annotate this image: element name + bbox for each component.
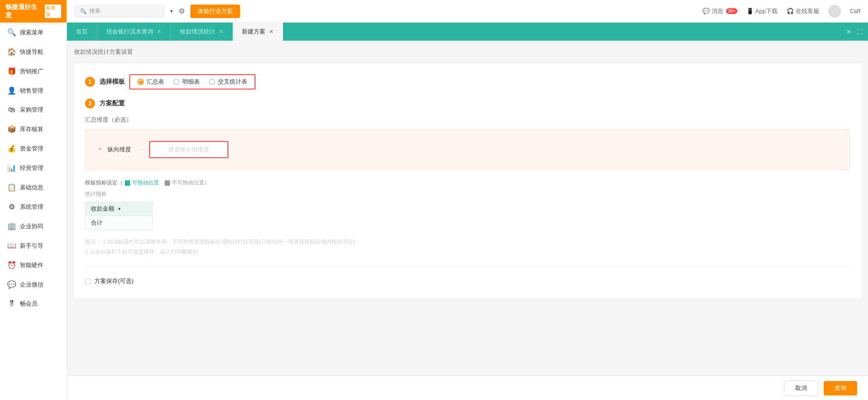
sidebar-item-marketing[interactable]: 🎁 营销推广: [0, 61, 66, 81]
building-icon: 🏢: [7, 222, 16, 231]
search-icon: 🔍: [80, 8, 87, 14]
template-option-cross[interactable]: 交叉统计表: [209, 78, 247, 86]
main-area: 🔍 搜索 ▾ ⚙ 体验行业方案 💬 消息 99+ 📱 App下载 🎧 在线客服 …: [67, 0, 868, 400]
tab-cashflow-close-icon[interactable]: ✕: [157, 28, 161, 35]
app-download-button[interactable]: 📱 App下载: [746, 7, 778, 15]
step2-header: 2 方案配置: [85, 99, 850, 108]
template-option-summary[interactable]: 汇总表: [137, 78, 164, 86]
chat-icon: 💬: [7, 280, 16, 289]
topbar-right: 💬 消息 99+ 📱 App下载 🎧 在线客服 CaR: [703, 5, 861, 18]
sidebar-item-nav[interactable]: 🏠 快捷导航: [0, 42, 66, 61]
step2-title: 方案配置: [99, 99, 125, 108]
dim-row: * 纵向维度 → 请选择分组维度: [99, 141, 228, 158]
user-icon: 👤: [7, 86, 16, 95]
message-button[interactable]: 💬 消息 99+: [703, 7, 737, 15]
main-card: 1 选择模板 汇总表 明细表 交叉统计表: [74, 63, 861, 298]
sidebar-item-basicinfo[interactable]: 📋 基础信息: [0, 178, 66, 197]
sidebar-logo: 畅捷通好生意 标准版: [0, 0, 66, 23]
sidebar-item-label: 畅会员: [20, 300, 38, 308]
topbar-dropdown[interactable]: ▾: [170, 8, 173, 14]
content-area: 收款情况统计方案设置 1 选择模板 汇总表 明细表: [67, 41, 868, 376]
save-section: 方案保存(可选): [85, 275, 850, 287]
search-bar[interactable]: 🔍 搜索: [74, 5, 165, 17]
chart-icon: 📊: [7, 164, 16, 172]
sidebar-item-label: 营销推广: [20, 67, 43, 75]
sidebar-item-label: 智能硬件: [20, 261, 43, 269]
sidebar-item-guide[interactable]: 📖 新手引导: [0, 236, 66, 255]
template-option-detail[interactable]: 明细表: [173, 78, 200, 86]
hint-line-1: 提示： 1.拖动标题栏可以调整布局，不可跨维度或指标区域拖动栏目字段(只能在同一…: [85, 237, 850, 247]
tab-collection-label: 收款情况统计: [180, 28, 215, 36]
tab-collection-close-icon[interactable]: ✕: [219, 28, 223, 35]
template-selection-box: 汇总表 明细表 交叉统计表: [129, 74, 255, 89]
sidebar-item-label: 企业协同: [20, 222, 43, 231]
non-draggable-label: 不可拖动位置）: [172, 179, 210, 187]
sidebar-item-search[interactable]: 🔍 搜索菜单: [0, 23, 66, 42]
save-checkbox[interactable]: [85, 278, 91, 284]
industry-solution-button[interactable]: 体验行业方案: [190, 5, 240, 18]
sidebar-item-label: 企业微信: [20, 281, 43, 289]
list-icon: 📋: [7, 183, 16, 192]
tab-home[interactable]: 首页: [67, 23, 97, 41]
box-icon: 📦: [7, 125, 16, 133]
sidebar-item-wechat[interactable]: 💬 企业微信: [0, 275, 66, 294]
headset-icon: 🎧: [787, 8, 794, 14]
logo-text: 畅捷通好生意: [5, 3, 43, 19]
sidebar-item-sales[interactable]: 👤 销售管理: [0, 81, 66, 100]
cancel-button[interactable]: 取消: [784, 381, 818, 396]
phone-icon: 📱: [746, 8, 754, 14]
sidebar-item-hardware[interactable]: ⏰ 智能硬件: [0, 255, 66, 275]
user-name: CaR: [850, 8, 861, 14]
radio-detail-circle: [173, 79, 179, 85]
search-placeholder: 搜索: [90, 7, 100, 15]
radio-summary-circle: [137, 79, 144, 85]
sidebar-item-member[interactable]: 🎖 畅会员: [0, 294, 66, 313]
dim-select-placeholder: 请选择分组维度: [168, 146, 209, 154]
bottom-bar: 取消 查询: [67, 376, 868, 400]
dim-select-dropdown[interactable]: 请选择分组维度: [149, 141, 228, 158]
message-label: 消息: [712, 7, 723, 15]
sidebar-item-purchase[interactable]: 🛍 采购管理: [0, 100, 66, 119]
template-summary-label: 汇总表: [146, 78, 164, 86]
dim-arrow-icon: →: [137, 146, 144, 154]
sidebar-item-corp[interactable]: 🏢 企业协同: [0, 216, 66, 236]
tab-new-plan[interactable]: 新建方案 ✕: [233, 23, 283, 41]
window-maximize-icon[interactable]: ⛶: [857, 28, 863, 35]
app-label: App下载: [755, 7, 778, 15]
sidebar-item-finance[interactable]: 💰 资金管理: [0, 139, 66, 158]
dim-row-label: 纵向维度: [108, 146, 131, 154]
sidebar-item-management[interactable]: 📊 经营管理: [0, 158, 66, 178]
search-icon: 🔍: [7, 28, 16, 37]
sidebar-item-label: 采购管理: [20, 106, 43, 114]
message-icon: 💬: [703, 8, 710, 14]
settings-icon[interactable]: ⚙: [179, 7, 185, 15]
stats-label: 统计指标: [85, 190, 850, 198]
avatar: [828, 5, 841, 18]
sidebar-item-label: 经营管理: [20, 164, 43, 172]
metrics-section: 模板指标设定（ 可拖动位置 不可拖动位置） 统计指标 收款金: [85, 179, 850, 230]
window-close-icon[interactable]: ✕: [846, 28, 851, 35]
step1-title: 选择模板: [99, 78, 125, 86]
gear-icon: ⚙: [7, 202, 16, 211]
sidebar-item-label: 资金管理: [20, 145, 43, 153]
sidebar-item-system[interactable]: ⚙ 系统管理: [0, 197, 66, 216]
page-title: 收款情况统计方案设置: [74, 48, 861, 56]
tab-collection[interactable]: 收款情况统计 ✕: [171, 23, 233, 41]
sidebar-item-label: 基础信息: [20, 184, 43, 192]
money-icon: 💰: [7, 144, 16, 153]
radio-cross-circle: [209, 79, 215, 85]
logo-badge: 标准版: [45, 5, 61, 18]
metrics-header-dropdown-icon[interactable]: ▾: [118, 206, 121, 212]
online-service-button[interactable]: 🎧 在线客服: [787, 7, 819, 15]
tab-new-plan-close-icon[interactable]: ✕: [269, 28, 274, 35]
sidebar-item-inventory[interactable]: 📦 库存核算: [0, 119, 66, 139]
query-button[interactable]: 查询: [824, 381, 857, 395]
home-icon: 🏠: [7, 47, 16, 56]
clock-icon: ⏰: [7, 261, 16, 269]
gift-icon: 🎁: [7, 67, 16, 75]
sidebar: 畅捷通好生意 标准版 🔍 搜索菜单 🏠 快捷导航 🎁 营销推广 👤 销售管理 🛍…: [0, 0, 67, 400]
tab-cashflow[interactable]: 现金银行流水查询 ✕: [97, 23, 171, 41]
tab-new-plan-label: 新建方案: [242, 28, 265, 36]
sidebar-item-label: 新手引导: [20, 242, 43, 250]
sidebar-item-label: 快捷导航: [20, 48, 43, 56]
